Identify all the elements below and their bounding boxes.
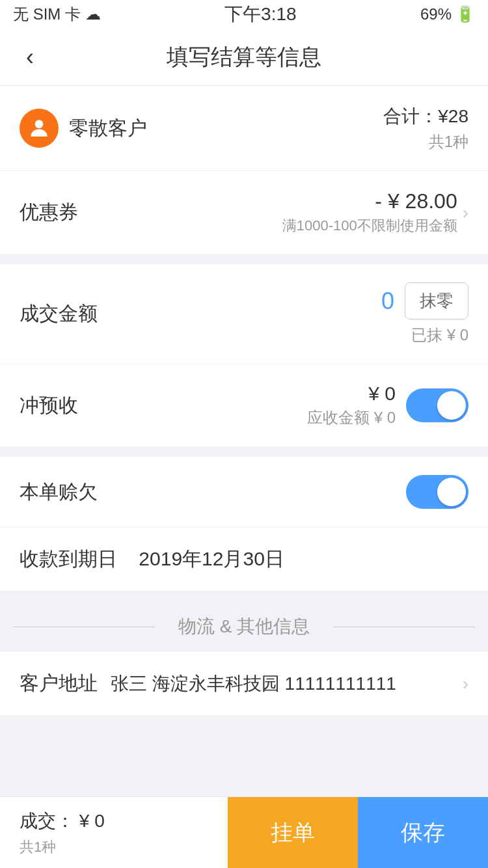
svg-point-0: [35, 120, 44, 128]
coupon-discount: - ¥ 28.00: [282, 189, 457, 213]
prepay-info: ¥ 0 应收金额 ¥ 0: [307, 383, 396, 428]
customer-left: 零散客户: [20, 109, 147, 148]
deal-amount-input[interactable]: 0: [368, 288, 394, 315]
credit-section: 本单赊欠 收款到期日 2019年12月30日: [0, 457, 488, 591]
coupon-row[interactable]: 优惠券 - ¥ 28.00 满1000-100不限制使用金额 ›: [0, 170, 488, 254]
bottom-deal-amount: ¥ 0: [79, 811, 105, 831]
status-right: 69% 🔋: [420, 5, 475, 23]
due-date-label: 收款到期日: [20, 548, 117, 569]
status-bar: 无 SIM 卡 ☁ 下午3:18 69% 🔋: [0, 0, 488, 29]
prepay-label: 冲预收: [20, 392, 78, 419]
bottom-deal-label: 成交：: [20, 811, 74, 831]
battery-status: 69%: [420, 5, 452, 23]
avatar: [20, 109, 59, 148]
nav-bar: ‹ 填写结算等信息: [0, 29, 488, 86]
back-button[interactable]: ‹: [20, 37, 40, 77]
user-icon: [27, 116, 51, 141]
save-button[interactable]: 保存: [358, 797, 488, 869]
deal-row: 成交金额 0 抹零 已抹 ¥ 0: [0, 264, 488, 364]
due-date-row[interactable]: 收款到期日 2019年12月30日: [0, 527, 488, 591]
bottom-count: 共1种: [20, 837, 208, 857]
status-left: 无 SIM 卡 ☁: [13, 4, 101, 25]
customer-name: 零散客户: [69, 115, 147, 142]
credit-label: 本单赊欠: [20, 479, 98, 506]
page-title: 填写结算等信息: [167, 42, 321, 72]
address-chevron-icon: ›: [463, 673, 468, 694]
deal-section: 成交金额 0 抹零 已抹 ¥ 0 冲预收 ¥ 0 应收金额 ¥ 0: [0, 264, 488, 446]
address-value: 张三 海淀永丰科技园 11111111111: [111, 671, 463, 696]
prepay-due: 应收金额 ¥ 0: [307, 407, 396, 428]
hold-button[interactable]: 挂单: [228, 797, 358, 869]
prepay-amount: ¥ 0: [307, 383, 396, 405]
deal-label: 成交金额: [20, 301, 98, 327]
battery-icon: 🔋: [455, 5, 475, 23]
customer-row: 零散客户 合计：¥28 共1种: [0, 86, 488, 170]
deal-right: 0 抹零: [368, 282, 468, 319]
address-label: 客户地址: [20, 670, 98, 697]
toggle-knob: [437, 391, 466, 420]
credit-toggle-knob: [437, 478, 466, 506]
bottom-bar: 成交： ¥ 0 共1种 挂单 保存: [0, 796, 488, 868]
already-zeroed: 已抹 ¥ 0: [411, 325, 468, 346]
coupon-info: - ¥ 28.00 满1000-100不限制使用金额: [282, 189, 457, 236]
bottom-summary: 成交： ¥ 0 共1种: [0, 809, 228, 857]
logistics-divider: 物流 & 其他信息: [0, 601, 488, 652]
total-amount: 合计：¥28: [383, 104, 468, 129]
divider-line-left: [13, 627, 155, 627]
customer-section: 零散客户 合计：¥28 共1种 优惠券 - ¥ 28.00 满1000-100不…: [0, 86, 488, 254]
address-row[interactable]: 客户地址 张三 海淀永丰科技园 11111111111 ›: [0, 652, 488, 715]
divider-line-right: [333, 627, 475, 627]
chevron-right-icon: ›: [463, 202, 468, 223]
coupon-description: 满1000-100不限制使用金额: [282, 216, 457, 236]
prepay-toggle[interactable]: [406, 388, 468, 422]
due-date-value: 2019年12月30日: [139, 548, 284, 569]
round-zero-button[interactable]: 抹零: [405, 282, 468, 319]
bottom-deal: 成交： ¥ 0: [20, 809, 208, 834]
status-time: 下午3:18: [224, 2, 297, 27]
logistics-label: 物流 & 其他信息: [178, 614, 310, 639]
coupon-right: - ¥ 28.00 满1000-100不限制使用金额 ›: [282, 189, 468, 236]
customer-right: 合计：¥28 共1种: [383, 104, 468, 152]
total-count: 共1种: [383, 131, 468, 152]
prepay-right: ¥ 0 应收金额 ¥ 0: [307, 383, 468, 428]
credit-row: 本单赊欠: [0, 457, 488, 527]
credit-toggle[interactable]: [406, 475, 468, 509]
prepay-row: 冲预收 ¥ 0 应收金额 ¥ 0: [0, 364, 488, 446]
sim-status: 无 SIM 卡 ☁: [13, 4, 101, 25]
coupon-label: 优惠券: [20, 199, 78, 226]
due-date-content: 收款到期日 2019年12月30日: [20, 548, 284, 569]
